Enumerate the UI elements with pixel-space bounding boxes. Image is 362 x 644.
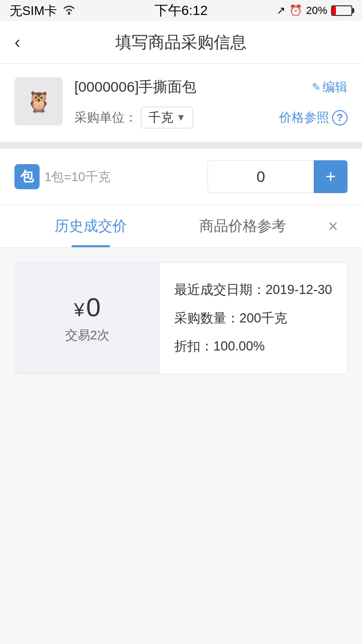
recent-date-label: 最近成交日期： xyxy=(174,282,265,297)
product-card: 🦉 [0000006]手撕面包 ✎ 编辑 采购单位： 千克 ▼ xyxy=(0,64,362,142)
status-time: 下午6:12 xyxy=(154,1,208,20)
help-icon: ? xyxy=(332,110,348,126)
tab-close-button[interactable]: × xyxy=(319,212,348,241)
price-ref-button[interactable]: 价格参照 ? xyxy=(279,109,348,126)
price-detail-date: 最近成交日期：2019-12-30 xyxy=(174,280,333,300)
price-display: ¥ 0 xyxy=(74,292,100,322)
recent-date-value: 2019-12-30 xyxy=(265,282,332,297)
price-card-left: ¥ 0 交易2次 xyxy=(15,263,160,374)
price-card: ¥ 0 交易2次 最近成交日期：2019-12-30 采购数量：200千克 折扣… xyxy=(14,262,348,374)
edit-button[interactable]: ✎ 编辑 xyxy=(312,79,348,96)
product-name: [0000006]手撕面包 xyxy=(74,77,196,97)
dropdown-arrow-icon: ▼ xyxy=(176,112,186,123)
product-title-row: [0000006]手撕面包 ✎ 编辑 xyxy=(74,77,348,97)
unit-selector[interactable]: 千克 ▼ xyxy=(141,107,193,128)
qty-plus-button[interactable]: + xyxy=(314,160,348,193)
tab-header: 历史成交价 商品价格参考 × xyxy=(0,205,362,248)
nav-bar: ‹ 填写商品采购信息 xyxy=(0,21,362,64)
page-title: 填写商品采购信息 xyxy=(115,31,247,54)
purchase-qty-value: 200千克 xyxy=(239,311,287,325)
svg-point-0 xyxy=(68,12,70,14)
price-transactions: 交易2次 xyxy=(65,327,110,344)
bottom-area xyxy=(0,489,362,644)
price-amount: 0 xyxy=(86,292,101,322)
purchase-qty-label: 采购数量： xyxy=(174,311,239,325)
tab-price-ref[interactable]: 商品价格参考 xyxy=(167,205,319,247)
qty-input-area: + xyxy=(208,160,348,193)
price-detail-qty: 采购数量：200千克 xyxy=(174,308,333,328)
gps-icon: ↗ xyxy=(277,4,285,17)
qty-convert-label: 1包=10千克 xyxy=(44,168,111,185)
unit-label: 采购单位： xyxy=(74,109,137,126)
product-thumbnail: 🦉 xyxy=(14,77,63,126)
status-left: 无SIM卡 xyxy=(10,2,76,19)
carrier-text: 无SIM卡 xyxy=(10,2,57,19)
tab-section: 历史成交价 商品价格参考 × ¥ 0 交易2次 最近成交日期：2019-12-3… xyxy=(0,205,362,489)
discount-label: 折扣： xyxy=(174,339,213,353)
history-content: ¥ 0 交易2次 最近成交日期：2019-12-30 采购数量：200千克 折扣… xyxy=(0,248,362,489)
tab-price-ref-label: 商品价格参考 xyxy=(199,216,286,236)
discount-value: 100.00% xyxy=(213,339,265,353)
qty-unit-box: 包 xyxy=(14,164,40,189)
back-button[interactable]: ‹ xyxy=(10,28,25,57)
unit-value: 千克 xyxy=(148,109,173,126)
tab-active-indicator xyxy=(71,245,110,247)
status-right: ↗ ⏰ 20% xyxy=(277,4,352,17)
section-divider xyxy=(0,142,362,149)
wifi-icon xyxy=(62,3,76,18)
product-thumbnail-icon: 🦉 xyxy=(26,90,51,113)
price-ref-label: 价格参照 xyxy=(279,109,329,126)
edit-icon: ✎ xyxy=(312,81,320,94)
price-yen-symbol: ¥ xyxy=(74,300,84,321)
product-header: 🦉 [0000006]手撕面包 ✎ 编辑 采购单位： 千克 ▼ xyxy=(14,77,348,128)
qty-input[interactable] xyxy=(208,160,314,193)
tab-history-label: 历史成交价 xyxy=(55,216,127,236)
tab-history-price[interactable]: 历史成交价 xyxy=(14,205,167,247)
product-info: [0000006]手撕面包 ✎ 编辑 采购单位： 千克 ▼ 价格参照 ? xyxy=(74,77,348,128)
price-card-right: 最近成交日期：2019-12-30 采购数量：200千克 折扣：100.00% xyxy=(160,263,347,374)
battery-icon xyxy=(331,5,352,16)
qty-unit-info: 包 1包=10千克 xyxy=(14,164,111,189)
battery-percent: 20% xyxy=(306,4,327,17)
status-bar: 无SIM卡 下午6:12 ↗ ⏰ 20% xyxy=(0,0,362,21)
product-unit-row: 采购单位： 千克 ▼ 价格参照 ? xyxy=(74,107,348,128)
price-detail-discount: 折扣：100.00% xyxy=(174,336,333,356)
edit-label: 编辑 xyxy=(322,79,348,96)
quantity-row: 包 1包=10千克 + xyxy=(0,149,362,205)
alarm-icon: ⏰ xyxy=(289,4,302,17)
